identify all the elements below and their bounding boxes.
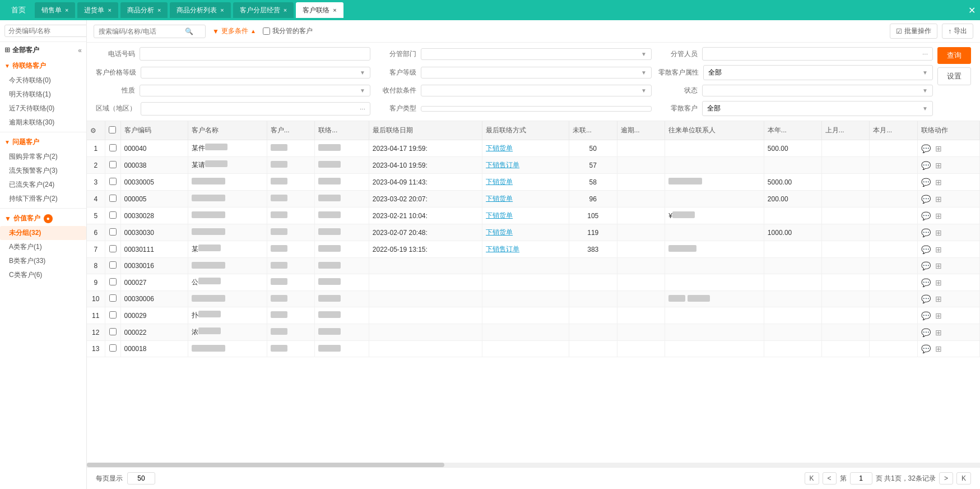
sidebar-group-problems[interactable]: ▼ 问题客户 [0,135,86,150]
dept-select[interactable]: ▼ [421,48,652,60]
nav-home[interactable]: 首页 [4,5,32,15]
nav-tab-analysis-list[interactable]: 商品分析列表 × [170,2,230,18]
sidebar-item-today[interactable]: 今天待联络(0) [0,73,86,87]
next-page-btn[interactable]: > [939,472,953,485]
sidebar-item-a-class[interactable]: A类客户(1) [0,240,86,254]
method-link[interactable]: 下销货单 [486,228,513,236]
horizontal-scrollbar[interactable] [87,463,980,467]
grid-action-icon[interactable]: ⊞ [935,144,942,153]
grid-action-icon[interactable]: ⊞ [935,178,942,187]
first-page-btn[interactable]: K [805,472,819,485]
method-link[interactable]: 下销货单 [486,178,513,186]
close-purchase-tab[interactable]: × [108,7,111,13]
col-settings[interactable]: ⚙ [87,121,105,140]
close-analysis-tab[interactable]: × [157,7,161,13]
nav-tab-customer-contact[interactable]: 客户联络 × [296,2,343,18]
row-checkbox[interactable] [105,341,120,357]
phone-input[interactable] [140,47,370,61]
chat-icon[interactable]: 💬 [921,261,931,270]
row-checkbox[interactable] [105,157,120,174]
last-page-btn[interactable]: K [956,472,971,485]
row-last-method[interactable]: 下销货单 [482,207,569,224]
method-link[interactable]: 下销售订单 [486,245,519,253]
chat-icon[interactable]: 💬 [921,294,931,303]
grid-action-icon[interactable]: ⊞ [935,311,942,320]
nav-tab-sales[interactable]: 销售单 × [35,2,75,18]
export-btn[interactable]: ↑ 导出 [942,24,973,39]
grid-action-icon[interactable]: ⊞ [935,161,942,170]
row-checkbox[interactable] [105,291,120,307]
method-link[interactable]: 下销货单 [486,144,513,152]
customer-type-select[interactable] [421,106,652,112]
close-analysis-list-tab[interactable]: × [220,7,224,13]
col-checkbox[interactable] [105,121,120,140]
sidebar-item-declining[interactable]: 持续下滑客户(2) [0,192,86,206]
chat-icon[interactable]: 💬 [921,211,931,220]
nav-tab-analysis[interactable]: 商品分析 × [120,2,168,18]
row-last-method[interactable]: 下销货单 [482,140,569,157]
sidebar-group-value[interactable]: ▼ 价值客户 ● [0,211,86,226]
my-customers-check[interactable] [263,27,270,35]
sidebar-all-customers[interactable]: ⊞全部客户 « [0,42,86,58]
chat-icon[interactable]: 💬 [921,311,931,320]
row-checkbox[interactable] [105,191,120,207]
chat-icon[interactable]: 💬 [921,195,931,204]
method-link[interactable]: 下销货单 [486,211,513,219]
row-checkbox[interactable] [105,324,120,341]
grid-action-icon[interactable]: ⊞ [935,261,942,270]
region-select[interactable]: ··· [141,102,370,116]
close-window-btn[interactable]: ✕ [968,5,976,16]
row-checkbox[interactable] [105,274,120,291]
chat-icon[interactable]: 💬 [921,144,931,153]
grid-action-icon[interactable]: ⊞ [935,344,942,353]
sidebar-item-tomorrow[interactable]: 明天待联络(1) [0,87,86,102]
prev-page-btn[interactable]: < [823,472,837,485]
reset-btn[interactable]: 设置 [937,67,971,85]
batch-ops-btn[interactable]: ☑ 批量操作 [890,24,937,39]
sidebar-item-hoard[interactable]: 囤购异常客户(2) [0,150,86,164]
zero-retail-attr-select[interactable]: 全部 ▼ [703,65,933,80]
row-checkbox[interactable] [105,224,120,241]
customer-level-select[interactable]: ▼ [421,67,652,79]
search-icon[interactable]: 🔍 [185,27,193,35]
grid-action-icon[interactable]: ⊞ [935,294,942,303]
chat-icon[interactable]: 💬 [921,344,931,353]
chat-icon[interactable]: 💬 [921,245,931,254]
close-sales-tab[interactable]: × [65,7,68,13]
sidebar-item-churn-warning[interactable]: 流失预警客户(3) [0,164,86,178]
row-last-method[interactable]: 下销货单 [482,174,569,191]
grid-action-icon[interactable]: ⊞ [935,278,942,287]
method-link[interactable]: 下销售订单 [486,161,519,169]
sidebar-search-input[interactable] [4,25,87,37]
grid-action-icon[interactable]: ⊞ [935,195,942,204]
per-page-input[interactable] [127,472,155,485]
my-customers-checkbox[interactable]: 我分管的客户 [263,26,313,36]
nav-tab-purchase[interactable]: 进货单 × [77,2,118,18]
sidebar-group-pending[interactable]: ▼ 待联络客户 [0,58,86,73]
grid-action-icon[interactable]: ⊞ [935,211,942,220]
close-customer-mgmt-tab[interactable]: × [284,7,287,13]
query-btn[interactable]: 查询 [937,47,971,64]
payment-select[interactable]: ▼ [421,85,652,96]
scrollbar-thumb[interactable] [87,463,444,467]
row-checkbox[interactable] [105,258,120,274]
sidebar-item-ungroup[interactable]: 未分组(32) [0,226,86,240]
price-level-select[interactable]: ▼ [141,67,370,79]
sidebar-item-c-class[interactable]: C类客户(6) [0,268,86,282]
grid-action-icon[interactable]: ⊞ [935,228,942,237]
chat-icon[interactable]: 💬 [921,178,931,187]
nature-select[interactable]: ▼ [140,85,370,96]
sidebar-item-7days[interactable]: 近7天待联络(0) [0,102,86,116]
zero-retail-select[interactable]: 全部 ▼ [702,101,933,116]
row-checkbox[interactable] [105,174,120,191]
row-checkbox[interactable] [105,207,120,224]
row-checkbox[interactable] [105,307,120,324]
more-conditions-btn[interactable]: ▼ 更多条件 ▲ [212,26,256,36]
close-customer-contact-tab[interactable]: × [333,7,336,13]
select-all-checkbox[interactable] [109,126,116,133]
chat-icon[interactable]: 💬 [921,228,931,237]
row-checkbox[interactable] [105,241,120,258]
status-select[interactable]: ▼ [702,85,933,96]
chat-icon[interactable]: 💬 [921,328,931,337]
row-last-method[interactable]: 下销售订单 [482,157,569,174]
